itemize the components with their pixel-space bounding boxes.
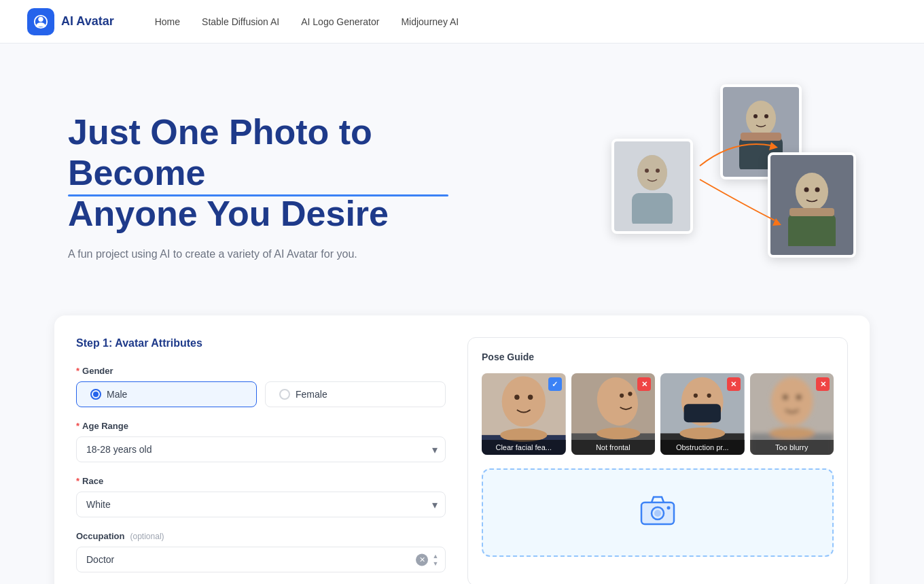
hero-section: Just One Photo to Become Anyone You Desi… [0,44,924,315]
hero-text: Just One Photo to Become Anyone You Desi… [68,112,448,260]
svg-rect-13 [788,213,836,246]
age-label: * Age Range [76,421,446,431]
pose-badge-blurry: ✕ [816,377,830,391]
pose-label-obstruction: Obstruction pr... [660,440,745,455]
svg-point-12 [796,173,828,211]
svg-point-22 [528,395,533,400]
occupation-up-arrow[interactable]: ▲ [431,553,440,560]
occupation-input-actions: ✕ ▲ ▼ [416,553,440,567]
gender-female-radio-dot [279,389,290,400]
occupation-stepper[interactable]: ▲ ▼ [431,553,440,567]
svg-point-40 [783,395,787,400]
pose-item-clear: ✓ Clear facial fea... [482,373,566,455]
pose-label-notfrontal: Not frontal [571,440,656,455]
logo-text: AI Avatar [61,14,114,29]
hero-subtitle: A fun project using AI to create a varie… [68,248,448,260]
race-field: * Race White Asian Black Hispanic Other … [76,476,446,517]
source-person-svg [625,149,679,224]
svg-point-27 [620,394,624,398]
occupation-field: Occupation (optional) ✕ ▲ ▼ [76,531,446,572]
age-select[interactable]: 18-28 years old 29-39 years old 40-50 ye… [76,436,446,462]
main-section: Step 1: Avatar Attributes * Gender Male … [27,315,897,584]
svg-point-37 [679,428,725,439]
pose-label-blurry: Too blurry [750,440,834,455]
occupation-clear-button[interactable]: ✕ [416,553,428,566]
svg-point-47 [667,506,671,509]
gender-female-label: Female [296,389,327,400]
occupation-label-text: Occupation [76,531,125,541]
step-title: Step 1: Avatar Attributes [76,337,446,349]
nav-links: Home Stable Diffusion AI AI Logo Generat… [155,14,459,30]
svg-point-6 [656,169,660,173]
gender-field: * Gender Male Female [76,366,446,407]
svg-point-7 [746,101,776,136]
hero-title: Just One Photo to Become Anyone You Desi… [68,112,448,234]
camera-svg [640,494,675,526]
age-required-star: * [76,421,79,431]
svg-point-41 [796,395,800,400]
occupation-input-wrap: ✕ ▲ ▼ [76,547,446,572]
hero-source-face [614,141,690,231]
nav-link-midjourney[interactable]: Midjourney AI [401,14,459,30]
occupation-input[interactable] [76,547,446,572]
svg-point-14 [804,187,809,192]
svg-point-4 [637,155,667,190]
svg-point-0 [38,16,43,21]
logo-svg [33,14,48,29]
pose-label-clear: Clear facial fea... [482,440,566,455]
pose-guide-panel: Pose Guide ✓ Clear facial fea... [467,337,848,584]
nav-link-home[interactable]: Home [155,14,180,30]
step-card: Step 1: Avatar Attributes * Gender Male … [54,315,870,584]
svg-point-10 [764,114,768,118]
svg-point-28 [628,392,632,396]
svg-rect-11 [741,133,781,141]
pose-badge-clear: ✓ [548,377,562,391]
age-select-wrap: 18-28 years old 29-39 years old 40-50 ye… [76,436,446,462]
svg-point-9 [753,114,758,118]
pose-badge-obstruction: ✕ [727,377,741,391]
hero-images [611,84,856,288]
hero-title-line1: Just One Photo to Become [68,112,448,194]
occupation-optional: (optional) [130,532,164,541]
svg-point-39 [770,377,813,426]
pose-item-notfrontal: ✕ Not frontal [571,373,656,455]
svg-point-21 [514,395,519,400]
nav-link-stable-diffusion[interactable]: Stable Diffusion AI [202,14,279,30]
pose-guide-title: Pose Guide [482,351,834,362]
gender-male-option[interactable]: Male [76,381,257,407]
svg-point-15 [815,187,820,192]
age-field: * Age Range 18-28 years old 29-39 years … [76,421,446,462]
pose-examples: ✓ Clear facial fea... ✕ Not f [482,373,834,455]
svg-point-33 [694,394,698,398]
logo[interactable]: AI Avatar [27,8,114,35]
pose-item-blurry: ✕ Too blurry [750,373,834,455]
race-label: * Race [76,476,446,486]
gender-label-text: Gender [82,366,113,376]
navbar: AI Avatar Home Stable Diffusion AI AI Lo… [0,0,924,44]
form-panel: Step 1: Avatar Attributes * Gender Male … [76,337,446,584]
svg-rect-3 [632,193,673,224]
gender-required-star: * [76,366,79,376]
nav-link-logo-gen[interactable]: AI Logo Generator [301,14,379,30]
pose-badge-notfrontal: ✕ [637,377,651,391]
race-select-wrap: White Asian Black Hispanic Other ▾ [76,492,446,517]
race-required-star: * [76,476,79,486]
svg-point-20 [502,376,546,426]
svg-point-34 [707,394,711,398]
hero-result2-image [768,152,856,258]
hero-result2-face [770,155,853,255]
occupation-down-arrow[interactable]: ▼ [431,560,440,567]
gender-female-option[interactable]: Female [265,381,446,407]
gender-radio-group: Male Female [76,381,446,407]
pose-item-obstruction: ✕ Obstruction pr... [660,373,745,455]
camera-icon [640,494,675,532]
svg-rect-16 [789,208,834,216]
svg-point-46 [654,510,661,517]
upload-area[interactable] [482,468,834,557]
age-label-text: Age Range [82,421,128,431]
svg-point-43 [769,428,815,439]
race-select[interactable]: White Asian Black Hispanic Other [76,492,446,517]
hero-title-line2: Anyone You Desire [68,194,389,233]
svg-rect-35 [684,404,721,422]
race-label-text: Race [82,476,103,486]
